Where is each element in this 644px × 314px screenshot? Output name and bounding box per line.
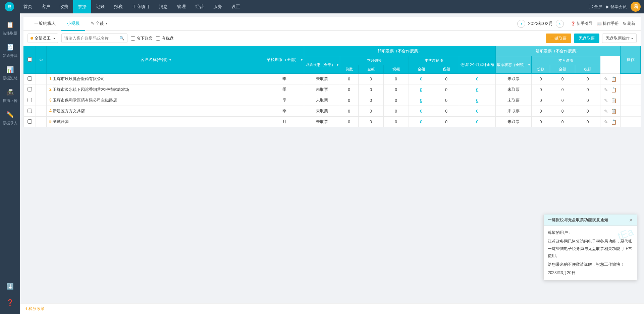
row-4-s-quarter-amount-link[interactable]: 0 bbox=[420, 120, 422, 124]
no-disk-ops-button[interactable]: 无盘取票操作 ▾ bbox=[602, 34, 637, 43]
sidebar-item-scan-upload[interactable]: 📠 扫描上传 bbox=[0, 84, 20, 107]
s-month-count-header: 份数 bbox=[340, 65, 358, 74]
refresh-icon: ↻ bbox=[623, 21, 626, 26]
tab-general-taxpayer[interactable]: 一般纳税人 bbox=[29, 17, 61, 31]
tab-omnibus[interactable]: ✎ 全能 ▾ bbox=[85, 17, 113, 31]
top-navigation: 易 首页 客户 收费 票据 记账 报税 工商项目 消息 管理 经营 服务 设置 … bbox=[0, 0, 644, 13]
notification-greeting: 尊敬的用户： bbox=[548, 229, 633, 237]
logo[interactable]: 易 bbox=[3, 1, 15, 13]
row-1-12month-link[interactable]: 0 bbox=[476, 87, 478, 92]
col-period-header: 纳税期限（全部） ▾ bbox=[265, 46, 304, 74]
row-checkbox-4[interactable] bbox=[28, 119, 32, 124]
manual-button[interactable]: 📖 操作手册 bbox=[597, 21, 619, 26]
tax-disk-checkbox-input[interactable] bbox=[156, 36, 160, 41]
row-1-period: 季 bbox=[265, 84, 304, 95]
client-filter-icon[interactable]: ▾ bbox=[169, 58, 171, 62]
row-1-sales-status: 未取票 bbox=[304, 84, 340, 95]
nav-manage[interactable]: 管理 bbox=[172, 0, 191, 13]
row-3-edit-icon[interactable]: ✎ bbox=[604, 109, 608, 114]
row-3-s-quarter-amount-link[interactable]: 0 bbox=[420, 109, 422, 114]
row-3-period: 季 bbox=[265, 106, 304, 117]
row-checkbox-3[interactable] bbox=[28, 109, 32, 113]
select-dot bbox=[31, 37, 33, 40]
refresh-button[interactable]: ↻ 刷新 bbox=[623, 21, 635, 26]
employee-select[interactable]: 全部员工 ▾ bbox=[28, 34, 58, 43]
tab-small-scale[interactable]: 小规模 bbox=[61, 17, 85, 31]
member-button[interactable]: ▶ 畅享会员 bbox=[606, 4, 627, 10]
row-2-view-icon[interactable]: 📋 bbox=[611, 98, 616, 103]
select-all-checkbox[interactable] bbox=[28, 57, 32, 62]
sidebar-item-invoice-open[interactable]: 🧾 发票开具 bbox=[0, 39, 20, 62]
period-filter-icon[interactable]: ▾ bbox=[301, 58, 303, 62]
row-checkbox-1[interactable] bbox=[28, 87, 32, 91]
sales-status-filter-icon[interactable]: ▾ bbox=[337, 63, 338, 67]
nav-client[interactable]: 客户 bbox=[37, 0, 55, 13]
row-1-s-quarter-amount-link[interactable]: 0 bbox=[420, 87, 422, 92]
row-0-s-month-count: 0 bbox=[340, 74, 358, 84]
nav-home[interactable]: 首页 bbox=[19, 0, 37, 13]
search-box: 🔍 bbox=[61, 34, 127, 43]
row-4-12month-link[interactable]: 0 bbox=[476, 120, 478, 124]
row-0-12month-link[interactable]: 0 bbox=[476, 77, 478, 81]
row-2-12month: 0 bbox=[459, 95, 495, 106]
search-input[interactable] bbox=[64, 36, 118, 41]
nav-operate[interactable]: 经营 bbox=[191, 0, 209, 13]
row-checkbox-0[interactable] bbox=[28, 76, 32, 81]
row-4-s-month-count: 0 bbox=[340, 117, 358, 127]
nav-fee[interactable]: 收费 bbox=[55, 0, 73, 13]
tax-disk-checkbox[interactable]: 有税盘 bbox=[156, 36, 174, 41]
row-4-view-icon[interactable]: 📋 bbox=[611, 119, 616, 125]
row-3-view-icon[interactable]: 📋 bbox=[611, 109, 616, 114]
row-4-edit-icon[interactable]: ✎ bbox=[604, 119, 608, 125]
sidebar-item-invoice-entry[interactable]: ✏️ 票据录入 bbox=[0, 107, 20, 129]
settings-icon[interactable]: ⚙ bbox=[39, 58, 43, 62]
nav-settings[interactable]: 设置 bbox=[227, 0, 245, 13]
sidebar-item-smart-ticket[interactable]: 📋 智能取票 bbox=[0, 17, 20, 39]
sidebar-item-download[interactable]: ⬇️ bbox=[0, 278, 20, 295]
tax-policy-link[interactable]: 税务政策 bbox=[29, 306, 45, 312]
s-quarter-tax-header: 税额 bbox=[434, 65, 459, 74]
row-2-12month-link[interactable]: 0 bbox=[476, 98, 478, 103]
no-disk-ticket-button[interactable]: 无盘取票 bbox=[574, 34, 599, 43]
monthly-sales-header: 本月销项 bbox=[340, 56, 409, 65]
notification-close-button[interactable]: ✕ bbox=[629, 217, 633, 223]
account-checkbox-input[interactable] bbox=[131, 36, 135, 41]
row-0-purchase-status: 未取票 bbox=[495, 74, 531, 84]
row-0-view-icon[interactable]: 📋 bbox=[611, 76, 616, 82]
nav-business[interactable]: 工商项目 bbox=[127, 0, 154, 13]
sales-invoice-header: 销项发票（不合作废票） bbox=[304, 46, 495, 56]
row-1-view-icon[interactable]: 📋 bbox=[611, 87, 616, 92]
sidebar-item-help[interactable]: ❓ bbox=[0, 295, 20, 311]
row-checkbox-2[interactable] bbox=[28, 98, 32, 102]
row-3-12month-link[interactable]: 0 bbox=[476, 109, 478, 114]
account-checkbox[interactable]: 名下账套 bbox=[131, 36, 153, 41]
user-avatar[interactable]: 易 bbox=[631, 2, 641, 12]
fullscreen-button[interactable]: ⛶ 全屏 bbox=[589, 4, 602, 10]
row-1-s-month-amount: 0 bbox=[358, 84, 383, 95]
search-icon[interactable]: 🔍 bbox=[119, 36, 124, 41]
nav-message[interactable]: 消息 bbox=[154, 0, 172, 13]
one-click-ticket-button[interactable]: 一键取票 bbox=[546, 34, 571, 43]
row-2-p-month-tax: 0 bbox=[575, 95, 600, 106]
row-0-s-quarter-amount-link[interactable]: 0 bbox=[420, 77, 422, 81]
row-0-edit-icon[interactable]: ✎ bbox=[604, 76, 608, 82]
sidebar-item-invoice-summary[interactable]: 📊 票据汇总 bbox=[0, 62, 20, 84]
nav-invoice[interactable]: 票据 bbox=[73, 0, 91, 13]
row-1-purchase-status: 未取票 bbox=[495, 84, 531, 95]
next-period-button[interactable]: › bbox=[556, 20, 564, 28]
table-row: 1 卫辉市玖玖健合医药有限公司 季 未取票 0 0 0 0 0 0 未取票 0 … bbox=[24, 74, 641, 84]
row-1-edit-icon[interactable]: ✎ bbox=[604, 87, 608, 92]
row-4-sales-status: 未取票 bbox=[304, 117, 340, 127]
nav-tax[interactable]: 报税 bbox=[109, 0, 127, 13]
nav-service[interactable]: 服务 bbox=[209, 0, 227, 13]
nav-bookkeeping[interactable]: 记账 bbox=[91, 0, 109, 13]
notification-apology: 给您带来的不便敬请谅解，祝您工作愉快！ bbox=[548, 261, 633, 268]
newbie-guide-button[interactable]: ❓ 新手引导 bbox=[571, 21, 593, 26]
table-row: 3 卫辉市保和堂医药有限公司主磁路店 季 未取票 0 0 0 0 0 0 未取票… bbox=[24, 95, 641, 106]
row-2-edit-icon[interactable]: ✎ bbox=[604, 98, 608, 103]
prev-period-button[interactable]: ‹ bbox=[517, 20, 525, 28]
purchase-status-filter-icon[interactable]: ▾ bbox=[528, 63, 530, 67]
row-0-12month: 0 bbox=[459, 74, 495, 84]
row-0-sales-status: 未取票 bbox=[304, 74, 340, 84]
row-2-s-quarter-amount-link[interactable]: 0 bbox=[420, 98, 422, 103]
